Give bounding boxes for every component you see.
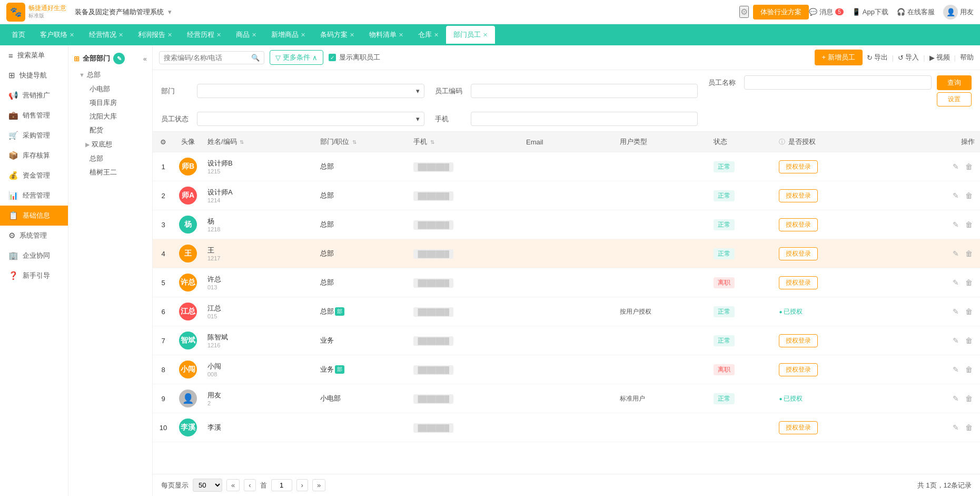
edit-button[interactable]: ✎: [951, 190, 961, 201]
tab-business[interactable]: 经营情况 ✕: [82, 26, 131, 44]
delete-button[interactable]: 🗑: [963, 335, 975, 346]
edit-button[interactable]: ✎: [951, 335, 961, 346]
edit-button[interactable]: ✎: [951, 277, 961, 288]
delete-button[interactable]: 🗑: [963, 190, 975, 201]
auth-login-button[interactable]: 授权登录: [779, 334, 818, 347]
delete-button[interactable]: 🗑: [963, 422, 975, 433]
dept-collapse-button[interactable]: «: [143, 55, 147, 63]
add-staff-button[interactable]: + 新增员工: [815, 50, 863, 65]
settings-icon[interactable]: ⚙: [160, 138, 166, 146]
edit-button[interactable]: ✎: [951, 161, 961, 172]
auth-login-button[interactable]: 授权登录: [779, 218, 818, 231]
tab-add-goods[interactable]: 新增商品 ✕: [264, 26, 313, 44]
page-size-select[interactable]: 50 20 100: [193, 479, 222, 492]
emp-code-input[interactable]: [471, 84, 698, 98]
sidebar-item-inventory[interactable]: 📦 库存核算: [0, 145, 68, 166]
dept-select[interactable]: ▾: [197, 84, 424, 98]
sidebar-item-marketing[interactable]: 📢 营销推广: [0, 85, 68, 105]
edit-button[interactable]: ✎: [951, 219, 961, 230]
edit-button[interactable]: ✎: [951, 364, 961, 375]
tab-goods[interactable]: 商品 ✕: [229, 26, 264, 44]
import-button[interactable]: ↺ 导入: [898, 53, 919, 62]
sidebar-item-quick-nav[interactable]: ⊞ 快捷导航: [0, 65, 68, 85]
title-dropdown-arrow[interactable]: ▾: [168, 8, 172, 16]
tab-warehouse[interactable]: 仓库 ✕: [411, 26, 446, 44]
auth-login-button[interactable]: 授权登录: [779, 189, 818, 202]
delete-button[interactable]: 🗑: [963, 248, 975, 259]
tab-process[interactable]: 经营历程 ✕: [180, 26, 229, 44]
help-button[interactable]: 帮助: [960, 53, 974, 62]
prev-page-button[interactable]: ‹: [244, 479, 255, 491]
dept-item-head[interactable]: ▼ 总部: [68, 67, 152, 82]
delete-button[interactable]: 🗑: [963, 393, 975, 404]
sidebar-item-operations[interactable]: 📊 经营管理: [0, 186, 68, 206]
delete-button[interactable]: 🗑: [963, 306, 975, 317]
page-number-input[interactable]: [271, 479, 292, 491]
dept-item-head2[interactable]: 总部: [73, 152, 152, 166]
last-page-button[interactable]: »: [312, 479, 325, 491]
tab-customer[interactable]: 客户联络 ✕: [33, 26, 82, 44]
phone-input[interactable]: [471, 112, 698, 126]
edit-button[interactable]: ✎: [951, 393, 961, 404]
tab-profit[interactable]: 利润报告 ✕: [131, 26, 180, 44]
close-goods-tab[interactable]: ✕: [252, 32, 256, 38]
dept-item-distribution[interactable]: 配货: [73, 123, 152, 137]
close-customer-tab[interactable]: ✕: [70, 32, 74, 38]
app-download-button[interactable]: 📱 App下载: [852, 7, 888, 17]
sidebar-item-purchase[interactable]: 🛒 采购管理: [0, 125, 68, 145]
auth-login-button[interactable]: 授权登录: [779, 421, 818, 434]
more-filter-button[interactable]: ▽ 更多条件 ∧: [270, 50, 323, 65]
close-add-goods-tab[interactable]: ✕: [301, 32, 305, 38]
th-name[interactable]: 姓名/编码 ⇅: [202, 132, 315, 152]
sidebar-item-enterprise[interactable]: 🏢 企业协同: [0, 246, 68, 266]
sidebar-item-finance[interactable]: 💰 资金管理: [0, 166, 68, 186]
show-resigned-toggle[interactable]: ✓ 显示离职员工: [329, 53, 380, 62]
close-material-tab[interactable]: ✕: [399, 32, 403, 38]
tab-barcode[interactable]: 条码方案 ✕: [313, 26, 362, 44]
tab-staff[interactable]: 部门员工 ✕: [446, 26, 495, 44]
close-staff-tab[interactable]: ✕: [483, 32, 488, 38]
close-profit-tab[interactable]: ✕: [167, 32, 172, 38]
tab-material[interactable]: 物料清单 ✕: [362, 26, 411, 44]
auth-login-button[interactable]: 授权登录: [779, 247, 818, 260]
export-button[interactable]: ↻ 导出: [867, 53, 888, 62]
dept-item-project-room[interactable]: 项目库房: [73, 96, 152, 110]
query-button[interactable]: 查询: [937, 75, 972, 90]
sidebar-item-sales[interactable]: 💼 销售管理: [0, 105, 68, 125]
trial-button[interactable]: 体验行业方案: [753, 5, 809, 20]
auth-login-button[interactable]: 授权登录: [779, 363, 818, 376]
search-icon[interactable]: 🔍: [251, 54, 260, 62]
search-input[interactable]: [164, 54, 251, 62]
delete-button[interactable]: 🗑: [963, 364, 975, 375]
dept-item-shenyang[interactable]: 沈阳大库: [73, 110, 152, 123]
show-resigned-checkbox[interactable]: ✓: [329, 54, 336, 61]
set-button[interactable]: 设置: [937, 92, 972, 106]
view-button[interactable]: ▶ 视频: [929, 53, 950, 62]
th-dept[interactable]: 部门/职位 ⇅: [315, 132, 409, 152]
emp-name-input[interactable]: [744, 75, 932, 90]
online-service-button[interactable]: 🎧 在线客服: [897, 7, 935, 17]
first-page-button[interactable]: «: [226, 479, 240, 491]
delete-button[interactable]: 🗑: [963, 161, 975, 172]
close-barcode-tab[interactable]: ✕: [350, 32, 354, 38]
edit-button[interactable]: ✎: [951, 248, 961, 259]
close-warehouse-tab[interactable]: ✕: [434, 32, 439, 38]
close-business-tab[interactable]: ✕: [118, 32, 123, 38]
delete-button[interactable]: 🗑: [963, 277, 975, 288]
edit-button[interactable]: ✎: [951, 422, 961, 433]
dept-item-plant-king[interactable]: 植树王二: [73, 166, 152, 179]
dept-edit-button[interactable]: ✎: [113, 53, 125, 64]
close-process-tab[interactable]: ✕: [216, 32, 221, 38]
auth-info-icon[interactable]: ⓘ: [779, 138, 785, 145]
sidebar-item-search-menu[interactable]: ≡ 搜索菜单: [0, 45, 68, 65]
sidebar-item-base-info[interactable]: 📋 基础信息: [0, 206, 68, 226]
auth-login-button[interactable]: 授权登录: [779, 276, 818, 289]
dept-item-small-elec[interactable]: 小电部: [73, 82, 152, 96]
status-select[interactable]: ▾: [197, 112, 424, 126]
message-button[interactable]: 💬 消息 5: [809, 7, 844, 17]
dept-item-double-think[interactable]: ▶ 双底想: [73, 137, 152, 152]
gear-button[interactable]: ⚙: [739, 6, 749, 18]
user-info[interactable]: 👤 用友: [943, 5, 974, 20]
next-page-button[interactable]: ›: [296, 479, 308, 491]
auth-login-button[interactable]: 授权登录: [779, 160, 818, 173]
